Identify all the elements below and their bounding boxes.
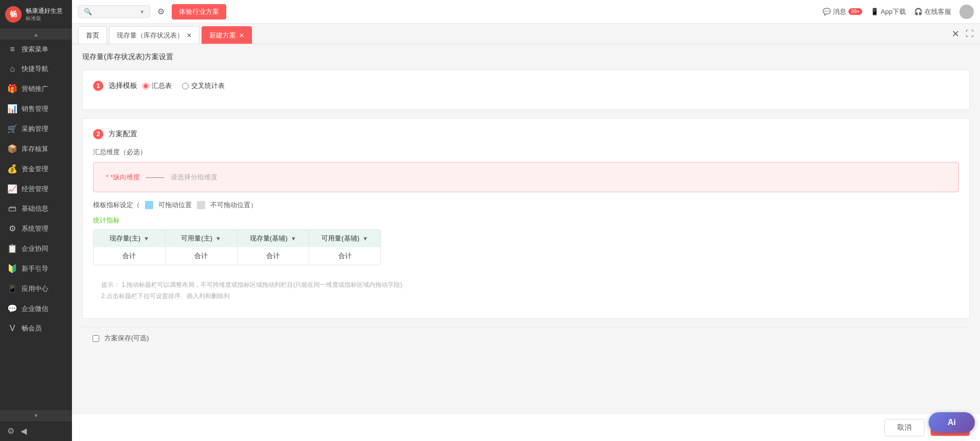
stats-cell-2: 合计 xyxy=(238,247,310,265)
message-button[interactable]: 💬 消息 99+ xyxy=(823,7,862,16)
sidebar-item-sales[interactable]: 📊 销售管理 xyxy=(0,99,72,119)
radio-summary-input[interactable] xyxy=(142,83,149,89)
sidebar-item-basic-info[interactable]: 🗃 基础信息 xyxy=(0,199,72,218)
tip-2: 2.点击标题栏下拉可设置排序、插入列和删除列 xyxy=(101,291,951,302)
online-service-button[interactable]: 🎧 在线客服 xyxy=(914,7,951,16)
sidebar-item-wechat[interactable]: 💬 企业微信 xyxy=(0,299,72,319)
stats-col-0-arrow[interactable]: ▼ xyxy=(143,235,149,242)
sidebar-item-guide[interactable]: 🔰 新手引导 xyxy=(0,259,72,279)
non-draggable-label: 不可拖动位置） xyxy=(210,200,257,210)
sidebar-item-search[interactable]: ≡ 搜索菜单 xyxy=(0,40,72,59)
tips-section: 提示： 1.拖动标题栏可以调整布局，不可跨维度或指标区域拖动列栏目(只能在同一维… xyxy=(93,273,959,308)
step1-badge: 1 xyxy=(93,81,103,91)
user-avatar[interactable] xyxy=(959,5,974,19)
stats-col-1: 可用量(主) ▼ xyxy=(166,230,238,247)
tab-new-scheme-label: 新建方案 xyxy=(209,31,236,40)
sidebar-item-label: 库存核算 xyxy=(22,144,48,154)
step1-header: 1 选择模板 汇总表 交叉统计表 xyxy=(93,81,959,91)
sidebar-item-marketing[interactable]: 🎁 营销推广 xyxy=(0,79,72,99)
radio-cross-input[interactable] xyxy=(182,83,189,89)
tabbar-expand-icon[interactable]: ⛶ xyxy=(966,29,974,39)
sidebar-item-system[interactable]: ⚙ 系统管理 xyxy=(0,218,72,238)
draggable-label: 可拖动位置 xyxy=(158,200,192,210)
sidebar-item-label: 营销推广 xyxy=(22,84,48,94)
tab-new-scheme-close-icon[interactable]: ✕ xyxy=(239,32,244,39)
sidebar-item-label: 应用中心 xyxy=(22,284,48,293)
sidebar-nav: ≡ 搜索菜单 ⌂ 快捷导航 🎁 营销推广 📊 销售管理 🛒 采购管理 📦 库存核… xyxy=(0,40,72,410)
app-download-button[interactable]: 📱 App下载 xyxy=(870,7,906,16)
tab-inventory-status[interactable]: 现存量（库存状况表） ✕ xyxy=(109,26,199,44)
tabbar: 首页 现存量（库存状况表） ✕ 新建方案 ✕ ✕ ⛶ xyxy=(72,24,980,44)
sidebar-item-appstore[interactable]: 📱 应用中心 xyxy=(0,279,72,299)
save-scheme-checkbox[interactable] xyxy=(93,335,99,342)
step2-header: 2 方案配置 xyxy=(93,129,959,139)
page-content: 现存量(库存状况表)方案设置 1 选择模板 汇总表 交叉统计表 xyxy=(72,44,980,413)
radio-summary-label: 汇总表 xyxy=(152,81,172,90)
aggregate-dim-title: 汇总维度（必选） xyxy=(93,148,959,157)
tab-inventory-close-icon[interactable]: ✕ xyxy=(187,32,192,39)
non-draggable-indicator xyxy=(197,201,205,209)
money-icon: 💰 xyxy=(7,164,17,174)
sidebar-item-member[interactable]: V 畅会员 xyxy=(0,319,72,338)
sidebar-item-contract[interactable]: 📋 企业协同 xyxy=(0,238,72,259)
tip-1: 提示： 1.拖动标题栏可以调整布局，不可跨维度或指标区域拖动列栏目(只能在同一维… xyxy=(101,280,951,291)
stats-col-2: 现存量(基辅) ▼ xyxy=(238,230,310,247)
sidebar-logo: 畅 畅康通好生意 标准版 xyxy=(0,0,72,29)
search-icon: 🔍 xyxy=(84,8,92,15)
sidebar-item-label: 新手引导 xyxy=(22,264,48,273)
step1-card: 1 选择模板 汇总表 交叉统计表 xyxy=(82,70,970,110)
stats-table: 现存量(主) ▼ 可用量(主) ▼ 现存量(基辅) ▼ 可用量(基辅) xyxy=(93,229,381,265)
dimension-box[interactable]: * *纵向维度 —— 请选择分组维度 xyxy=(93,162,959,192)
doc-icon: 📋 xyxy=(7,244,17,253)
cancel-button[interactable]: 取消 xyxy=(884,419,924,436)
mobile-icon: 📱 xyxy=(7,284,17,293)
stats-col-3: 可用量(基辅) ▼ xyxy=(309,230,380,247)
dim-vertical-label: *纵向维度 xyxy=(111,173,140,181)
settings-icon[interactable]: ⚙ xyxy=(7,426,14,436)
tabbar-close-icon[interactable]: ✕ xyxy=(952,28,959,40)
stats-cell-3: 合计 xyxy=(309,247,380,265)
search-dropdown-icon[interactable]: ▼ xyxy=(139,9,145,15)
stats-table-header: 现存量(主) ▼ 可用量(主) ▼ 现存量(基辅) ▼ 可用量(基辅) xyxy=(94,230,380,247)
radio-cross[interactable]: 交叉统计表 xyxy=(182,81,225,90)
sidebar-item-management[interactable]: 📈 经营管理 xyxy=(0,179,72,199)
stats-col-2-arrow[interactable]: ▼ xyxy=(291,235,296,242)
step2-title: 方案配置 xyxy=(108,130,137,139)
stats-section: 统计指标 现存量(主) ▼ 可用量(主) ▼ 现存量(基辅) xyxy=(93,216,959,265)
radio-summary[interactable]: 汇总表 xyxy=(142,81,172,90)
vip-icon: V xyxy=(7,324,17,333)
stats-col-3-arrow[interactable]: ▼ xyxy=(362,235,368,242)
search-input[interactable] xyxy=(95,8,136,15)
tab-home-label: 首页 xyxy=(86,31,99,40)
sidebar: 畅 畅康通好生意 标准版 ▲ ≡ 搜索菜单 ⌂ 快捷导航 🎁 营销推广 📊 销售… xyxy=(0,0,72,441)
home-icon: ⌂ xyxy=(7,64,17,74)
sidebar-scroll-down[interactable]: ▼ xyxy=(0,410,72,420)
footer-section: 方案保存(可选) xyxy=(82,327,970,349)
dim-placeholder: 请选择分组维度 xyxy=(171,173,217,182)
stats-col-2-label: 现存量(基辅) xyxy=(250,234,288,243)
sidebar-item-quick-nav[interactable]: ⌂ 快捷导航 xyxy=(0,59,72,79)
step2-card: 2 方案配置 汇总维度（必选） * *纵向维度 —— 请选择分组维度 模板指标设… xyxy=(82,118,970,319)
tab-home[interactable]: 首页 xyxy=(78,26,107,44)
ai-float-button[interactable]: Ai xyxy=(929,412,975,433)
sidebar-item-purchase[interactable]: 🛒 采购管理 xyxy=(0,119,72,139)
topbar-right: 💬 消息 99+ 📱 App下载 🎧 在线客服 xyxy=(823,5,974,19)
topbar-settings-icon[interactable]: ⚙ xyxy=(157,7,165,16)
message-icon: 💬 xyxy=(823,8,831,15)
stats-col-0: 现存量(主) ▼ xyxy=(94,230,166,247)
sidebar-item-inventory[interactable]: 📦 库存核算 xyxy=(0,139,72,159)
main-area: 🔍 ▼ ⚙ 体验行业方案 💬 消息 99+ 📱 App下载 🎧 在线客服 xyxy=(72,0,980,441)
template-settings-label: 模板指标设定（ xyxy=(93,200,140,210)
app-badge: 标准版 xyxy=(26,15,63,22)
stats-col-1-arrow[interactable]: ▼ xyxy=(215,235,221,242)
gift-icon: 🎁 xyxy=(7,84,17,94)
tab-new-scheme[interactable]: 新建方案 ✕ xyxy=(202,26,252,44)
sidebar-item-label: 搜索菜单 xyxy=(22,45,48,54)
sidebar-scroll-up[interactable]: ▲ xyxy=(0,29,72,40)
collapse-icon[interactable]: ◀ xyxy=(21,426,27,436)
trial-industry-button[interactable]: 体验行业方案 xyxy=(172,4,226,20)
sidebar-item-finance[interactable]: 💰 资金管理 xyxy=(0,159,72,179)
stats-table-body: 合计 合计 合计 合计 xyxy=(94,247,380,265)
app-logo-icon: 畅 xyxy=(5,6,22,23)
topbar-search-box[interactable]: 🔍 ▼ xyxy=(78,5,150,18)
